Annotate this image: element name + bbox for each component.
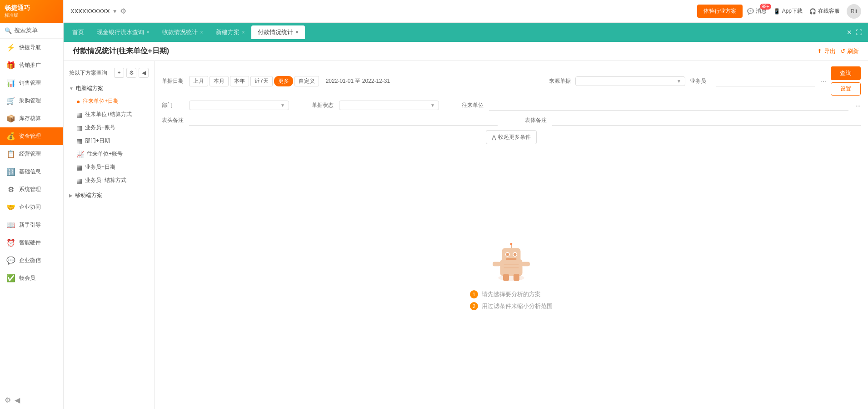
search-menu[interactable]: 🔍 搜索菜单	[0, 23, 63, 39]
tip-text-2: 用过滤条件来缩小分析范围	[482, 302, 553, 310]
date-btn-more[interactable]: 更多	[274, 76, 293, 86]
sidebar-item-marketing[interactable]: 🎁 营销推广	[0, 56, 63, 74]
tab-bank[interactable]: 现金银行流水查询 ×	[90, 25, 156, 39]
right-content: 单据日期 上月 本月 本年 近7天 更多 自定义 2022-01-01 至 20…	[155, 61, 868, 409]
tabs-right: ✕ ⛶	[847, 29, 866, 36]
staff-input[interactable]	[716, 76, 815, 86]
svg-rect-10	[493, 262, 501, 266]
add-schema-btn[interactable]: +	[114, 68, 124, 78]
schema-settings-btn[interactable]: ⚙	[126, 68, 136, 78]
filter-section: 单据日期 上月 本月 本年 近7天 更多 自定义 2022-01-01 至 20…	[162, 66, 861, 144]
service-btn[interactable]: 🎧 在线客服	[809, 7, 840, 15]
tab-new-plan[interactable]: 新建方案 ×	[210, 25, 251, 39]
desktop-group-title[interactable]: ▼ 电脑端方案	[64, 82, 154, 95]
app-download-btn[interactable]: 📱 App下载	[773, 7, 803, 15]
filter-settings-btn[interactable]: 设置	[831, 82, 861, 96]
tab-expand-icon[interactable]: ⛶	[856, 29, 862, 36]
date-btn-last-month[interactable]: 上月	[189, 76, 208, 86]
refresh-label: 刷新	[847, 47, 859, 56]
schema-collapse-btn[interactable]: ◀	[139, 68, 149, 78]
tab-payment[interactable]: 付款情况统计 ×	[251, 25, 305, 39]
date-btn-custom[interactable]: 自定义	[294, 76, 319, 86]
schema-partner-settle[interactable]: ▦ 往来单位+结算方式	[64, 108, 154, 121]
sidebar-item-quick-nav[interactable]: ⚡ 快捷导航	[0, 39, 63, 56]
header-note-input[interactable]	[189, 115, 498, 126]
source-select[interactable]: ▼	[575, 76, 685, 86]
tab-bank-close[interactable]: ×	[146, 29, 150, 35]
collapse-btn[interactable]: ⋀ 收起更多条件	[486, 130, 537, 144]
collapse-label: 收起更多条件	[498, 133, 531, 141]
tab-receipt-close[interactable]: ×	[200, 29, 203, 35]
staff-label: 业务员	[690, 77, 713, 85]
body-note-input[interactable]	[552, 115, 861, 126]
tab-receipt[interactable]: 收款情况统计 ×	[156, 25, 210, 39]
date-btn-7days[interactable]: 近7天	[250, 76, 273, 86]
sidebar-item-enterprise[interactable]: 🤝 企业协同	[0, 198, 63, 216]
inventory-icon: 📦	[6, 114, 15, 123]
sidebar-item-label: 库存核算	[19, 115, 41, 122]
sidebar-item-finance[interactable]: 💰 资金管理	[0, 127, 63, 145]
schema-label: 业务员+账号	[85, 124, 115, 131]
tab-close-all-icon[interactable]: ✕	[847, 29, 852, 36]
sidebar-item-vip[interactable]: ✅ 畅会员	[0, 269, 63, 287]
service-label: 在线客服	[818, 7, 840, 15]
sidebar-item-label: 营销推广	[19, 61, 41, 69]
doc-status-dropdown-icon: ▼	[430, 103, 435, 108]
schema-bar-icon: 📈	[76, 151, 84, 158]
messages-btn[interactable]: 💬 消息 99+	[747, 7, 767, 15]
topbar-info: XXXXXXXXXX ▼ ⚙	[70, 7, 693, 15]
sidebar-item-system[interactable]: ⚙ 系统管理	[0, 181, 63, 198]
doc-status-select[interactable]: ▼	[339, 101, 439, 110]
sidebar-item-guide[interactable]: 📖 新手引导	[0, 216, 63, 234]
tab-payment-close[interactable]: ×	[295, 29, 299, 35]
trial-btn[interactable]: 体验行业方案	[697, 5, 743, 18]
page-title: 付款情况统计(往来单位+日期)	[73, 46, 169, 56]
dept-select[interactable]: ▼	[189, 101, 289, 110]
export-btn[interactable]: ⬆ 导出	[817, 47, 836, 56]
collapse-row: ⋀ 收起更多条件	[162, 130, 861, 144]
mobile-group-title[interactable]: ▶ 移动端方案	[64, 189, 154, 202]
add-icon: +	[117, 70, 120, 76]
footer-settings-btn[interactable]: ⚙	[5, 396, 11, 404]
partner-input[interactable]	[489, 100, 848, 111]
schema-dept-date[interactable]: ▦ 部门+日期	[64, 134, 154, 147]
schema-partner-date[interactable]: ● 往来单位+日期	[64, 95, 154, 108]
dropdown-arrow-icon[interactable]: ▼	[112, 8, 118, 15]
operation-icon: 📋	[6, 150, 15, 158]
svg-point-8	[510, 242, 513, 245]
user-avatar[interactable]: Rit	[847, 4, 861, 19]
refresh-btn[interactable]: ↺ 刷新	[840, 47, 859, 56]
schema-partner-account[interactable]: 📈 往来单位+账号	[64, 147, 154, 161]
sidebar-item-wechat[interactable]: 💬 企业微信	[0, 252, 63, 269]
date-btn-this-year[interactable]: 本年	[230, 76, 249, 86]
topbar-settings-icon[interactable]: ⚙	[120, 7, 126, 15]
footer-collapse-btn[interactable]: ◀	[15, 396, 20, 404]
sidebar-item-inventory[interactable]: 📦 库存核算	[0, 110, 63, 127]
sidebar-item-hardware[interactable]: ⏰ 智能硬件	[0, 234, 63, 252]
date-label: 单据日期	[162, 77, 185, 85]
phone-icon: 📱	[773, 8, 780, 15]
tab-new-plan-close[interactable]: ×	[242, 29, 245, 35]
partner-more-icon[interactable]: ···	[855, 102, 861, 109]
body-note-label: 表体备注	[525, 116, 548, 124]
tab-home[interactable]: 首页	[66, 25, 90, 39]
sidebar-item-operation[interactable]: 📋 经营管理	[0, 145, 63, 163]
search-icon: 🔍	[5, 27, 12, 34]
sidebar-item-sales[interactable]: 📊 销售管理	[0, 74, 63, 92]
sidebar-item-basic[interactable]: 🔢 基础信息	[0, 163, 63, 181]
query-btn[interactable]: 查询	[831, 66, 861, 80]
content-area: 付款情况统计(往来单位+日期) ⬆ 导出 ↺ 刷新 按以下方案查询	[64, 42, 868, 409]
schema-staff-date[interactable]: ▦ 业务员+日期	[64, 161, 154, 174]
date-btn-this-month[interactable]: 本月	[210, 76, 229, 86]
schema-staff-account[interactable]: ▦ 业务员+账号	[64, 121, 154, 134]
date-range-display: 2022-01-01 至 2022-12-31	[326, 77, 390, 85]
staff-more-icon[interactable]: ···	[821, 77, 826, 85]
sidebar-item-purchase[interactable]: 🛒 采购管理	[0, 92, 63, 110]
tab-new-plan-label: 新建方案	[216, 28, 239, 36]
group-arrow-icon: ▼	[69, 86, 74, 91]
empty-tip-2: 2 用过滤条件来缩小分析范围	[470, 302, 553, 310]
schema-staff-settle[interactable]: ▦ 业务员+结算方式	[64, 174, 154, 187]
wechat-icon: 💬	[6, 256, 15, 265]
empty-area: 1 请先选择要分析的方案 2 用过滤条件来缩小分析范围	[162, 149, 861, 404]
schema-chart-icon: ▦	[76, 111, 82, 118]
